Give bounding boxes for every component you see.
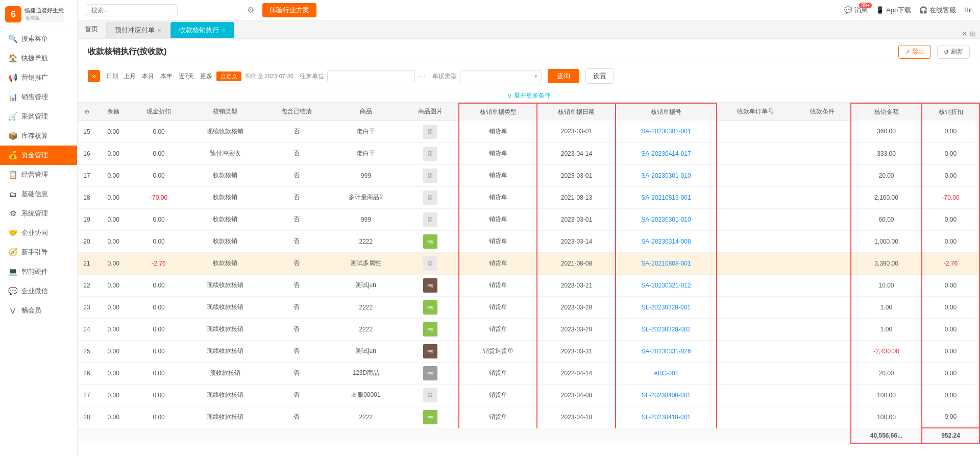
filter-type-select-wrap xyxy=(460,70,542,82)
cell-write-off-bill-no[interactable]: SL-20230328-001 xyxy=(616,296,716,318)
logo-badge: 标准版 xyxy=(24,14,64,22)
cell-write-off-type: 预付冲应收 xyxy=(187,142,263,164)
filter-expand-btn[interactable]: » xyxy=(88,70,100,82)
cell-receipt-condition xyxy=(794,406,851,428)
goods-img-default: 🖼 xyxy=(423,147,437,161)
expand-more-btn[interactable]: ∨ 展开更多条件 xyxy=(507,91,551,100)
sidebar-item-wechat[interactable]: 💬企业微信 xyxy=(0,281,77,301)
cell-write-off-bill-no[interactable]: SA-20230331-026 xyxy=(616,340,716,362)
sidebar-item-guide[interactable]: 🧭新手引导 xyxy=(0,243,77,262)
sidebar-item-corp[interactable]: 🤝企业协同 xyxy=(0,223,77,243)
filter-unit-input[interactable] xyxy=(327,70,415,82)
filter-custom-btn[interactable]: 自定义 xyxy=(216,71,241,81)
cell-cash-discount: 0.00 xyxy=(131,274,186,296)
cell-write-off-bill-no[interactable]: SL-20230328-002 xyxy=(616,318,716,340)
cell-receipt-condition xyxy=(794,121,851,142)
tab-prepay-close[interactable]: × xyxy=(158,27,161,33)
sidebar-item-system[interactable]: ⚙系统管理 xyxy=(0,204,77,223)
sidebar-item-operate[interactable]: 📋经营管理 xyxy=(0,165,77,184)
user-label[interactable]: Rit xyxy=(964,7,972,14)
cell-receipt-condition xyxy=(794,186,851,208)
settings-btn[interactable]: 设置 xyxy=(585,68,614,84)
sidebar-label-wechat: 企业微信 xyxy=(21,286,48,296)
sidebar-label-guide: 新手引导 xyxy=(21,248,48,257)
filter-dots: ··· xyxy=(418,73,426,80)
sidebar-item-inventory[interactable]: 📦库存核算 xyxy=(0,126,77,146)
cell-write-off-bill-no[interactable]: SA-20230314-008 xyxy=(616,230,716,252)
service-btn[interactable]: 🎧 在线客服 xyxy=(919,6,956,15)
cell-receipt-condition xyxy=(794,318,851,340)
cell-goods: 2222 xyxy=(330,230,402,252)
export-btn[interactable]: ↗ 导出 xyxy=(898,45,931,59)
message-btn[interactable]: 💬 消息 99+ xyxy=(844,6,868,15)
tab-home[interactable]: 首页 xyxy=(78,20,105,38)
filter-7days[interactable]: 近7天 xyxy=(177,71,197,82)
cell-goods-img: img xyxy=(402,362,459,384)
cell-write-off-bill-no[interactable]: SL-20230408-001 xyxy=(616,384,716,406)
cell-write-off-type: 现续收款核销 xyxy=(187,121,263,142)
cell-goods-img: img xyxy=(402,274,459,296)
cell-write-off-bill-no[interactable]: SA-20210813-001 xyxy=(616,186,716,208)
cell-write-off-amount: 1.00 xyxy=(851,318,922,340)
cell-write-off-bill-date: 2021-08-08 xyxy=(537,252,616,274)
filter-last-month[interactable]: 上月 xyxy=(121,71,138,82)
cell-write-off-bill-no[interactable]: SA-20230301-010 xyxy=(616,164,716,186)
col-goods-img: 商品图片 xyxy=(402,103,459,121)
tab-receipts-close[interactable]: × xyxy=(222,27,225,33)
cell-write-off-bill-type: 销货单 xyxy=(459,384,537,406)
sidebar-item-quick[interactable]: 🏠快捷导航 xyxy=(0,49,77,68)
expand-chevron-icon: ∨ xyxy=(507,92,512,100)
sidebar-item-member[interactable]: V畅会员 xyxy=(0,301,77,320)
page-header: 收款核销执行(按收款) ↗ 导出 ↺ 刷新 xyxy=(78,39,980,63)
cell-write-off-bill-no[interactable]: SA-20230301-001 xyxy=(616,121,716,142)
cell-write-off-amount: 333.00 xyxy=(851,142,922,164)
cell-balance: 0.00 xyxy=(96,142,131,164)
sidebar-item-base[interactable]: 🗂基础信息 xyxy=(0,184,77,204)
expand-icon[interactable]: ⊞ xyxy=(970,30,976,38)
sidebar-item-hardware[interactable]: 💻智能硬件 xyxy=(0,262,77,281)
cell-included-settled: 否 xyxy=(263,296,330,318)
filter-type-select[interactable] xyxy=(460,70,542,82)
cell-write-off-bill-no[interactable]: SA-20230301-010 xyxy=(616,208,716,230)
cell-write-off-bill-no[interactable]: SA-20210808-001 xyxy=(616,252,716,274)
col-write-off-bill-date: 核销单据日期 xyxy=(537,103,616,121)
filter-this-month[interactable]: 本月 xyxy=(140,71,156,82)
sidebar-item-search[interactable]: 🔍搜索菜单 xyxy=(0,29,77,49)
topbar-gear-icon[interactable]: ⚙ xyxy=(247,5,254,15)
tab-receipts[interactable]: 收款核销执行 × xyxy=(170,22,234,38)
sidebar-item-sales[interactable]: 📊销售管理 xyxy=(0,87,77,107)
filter-more[interactable]: 更多 xyxy=(198,71,214,82)
industry-btn[interactable]: 休验行业方案 xyxy=(262,3,316,17)
col-gear[interactable]: ⚙ xyxy=(78,103,96,121)
col-goods: 商品 xyxy=(330,103,402,121)
cell-write-off-amount: 20.00 xyxy=(851,164,922,186)
filter-this-year[interactable]: 本年 xyxy=(158,71,175,82)
cell-included-settled: 否 xyxy=(263,230,330,252)
goods-img-default: 🖼 xyxy=(423,169,437,183)
sidebar-item-marketing[interactable]: 📢营销推广 xyxy=(0,68,77,87)
cell-write-off-discount: 0.00 xyxy=(922,274,979,296)
cell-write-off-bill-type: 销货单 xyxy=(459,296,537,318)
cell-write-off-bill-no[interactable]: SA-20230321-012 xyxy=(616,274,716,296)
goods-img-brown: img xyxy=(423,344,437,358)
table-row: 21 0.00 -2.76 收款核销 否 测试多属性 🖼 销货单 2021-08… xyxy=(78,252,979,274)
cell-write-off-bill-no[interactable]: ABC-001 xyxy=(616,362,716,384)
refresh-btn[interactable]: ↺ 刷新 xyxy=(937,45,970,59)
query-btn[interactable]: 查询 xyxy=(548,69,579,83)
logo-icon: 6 xyxy=(5,6,21,22)
topbar-search-input[interactable] xyxy=(86,4,178,16)
filter-type-label: 单据类型 xyxy=(432,72,457,81)
sidebar-item-purchase[interactable]: 🛒采购管理 xyxy=(0,107,77,126)
sidebar-label-member: 畅会员 xyxy=(21,306,41,315)
table-area: ⚙ 余额 现金折扣 核销类型 包含已结清 商品 商品图片 核销单据类型 核销单据… xyxy=(78,103,980,456)
cell-receipt-order-no xyxy=(717,208,794,230)
close-all-icon[interactable]: ✕ xyxy=(962,30,968,38)
cell-goods-img: img xyxy=(402,406,459,428)
goods-img-default: 🖼 xyxy=(423,212,437,227)
tab-prepay[interactable]: 预付冲应付单 × xyxy=(106,22,169,38)
sidebar-item-finance[interactable]: 💰资金管理 xyxy=(0,146,77,165)
cell-write-off-bill-no[interactable]: SL-20230418-001 xyxy=(616,406,716,428)
cell-write-off-bill-no[interactable]: SA-20230414-017 xyxy=(616,142,716,164)
app-download-btn[interactable]: 📱 App下载 xyxy=(876,6,911,15)
col-receipt-order-no: 收款单订单号 xyxy=(717,103,794,121)
